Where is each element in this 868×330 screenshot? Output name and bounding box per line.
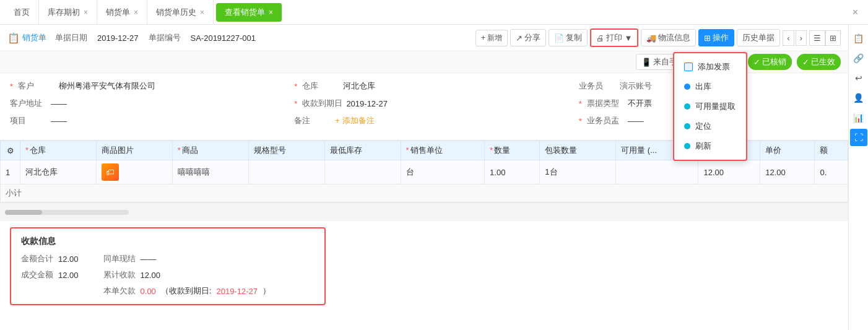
row-unit-price: 12.00 <box>760 160 815 185</box>
table-scroll-area[interactable] <box>0 202 848 221</box>
subtotal-label: 小计 <box>1 185 848 202</box>
payment-col-right: 同单现结 —— 累计收款 12.00 本单欠款 0.00 （收款到期日: 201… <box>103 253 271 297</box>
amount-total-item: 金额合计 12.00 <box>21 253 79 264</box>
operate-dropdown-menu: 添加发票 出库 可用量提取 定位 刷新 <box>673 52 747 161</box>
share-button[interactable]: ↗ 分享 <box>510 29 546 46</box>
payment-info-rows: 金额合计 12.00 成交金额 12.00 同单现结 —— 累计收款 <box>21 253 315 297</box>
cumulative-label: 累计收款 <box>103 269 136 280</box>
sidebar-icon-link[interactable]: 🔗 <box>850 50 867 67</box>
date-value: 2019-12-27 <box>97 33 139 43</box>
outbound-icon <box>684 84 690 90</box>
staff-label: 业务员 <box>579 80 616 92</box>
cumulative-item: 累计收款 12.00 <box>103 269 271 280</box>
staff-value: 演示账号 <box>620 80 652 92</box>
row-warehouse: 河北仓库 <box>20 160 97 185</box>
next-button[interactable]: › <box>796 30 807 46</box>
check-icon: ✓ <box>753 58 760 67</box>
sidebar-icon-chart[interactable]: 📊 <box>850 109 867 126</box>
row-qty: 1.00 <box>485 160 540 185</box>
view-mode-buttons: ☰ ⊞ <box>809 30 841 46</box>
col-pack-qty: 包装数量 <box>540 141 616 160</box>
refresh-icon <box>684 143 690 149</box>
subtotal-row: 小计 <box>1 185 848 202</box>
close-all-tabs[interactable]: × <box>848 7 863 18</box>
scroll-thumb[interactable] <box>5 210 42 215</box>
payment-date-group: * 收款到期日 2019-12-27 <box>294 98 553 109</box>
close-tab-view-sales[interactable]: × <box>269 8 273 17</box>
sidebar-icon-user[interactable]: 👤 <box>850 89 867 106</box>
col-unit: *销售单位 <box>401 141 485 160</box>
payment-col-left: 金额合计 12.00 成交金额 12.00 <box>21 253 79 297</box>
close-tab-inventory[interactable]: × <box>84 8 88 17</box>
col-warehouse: *仓库 <box>20 141 97 160</box>
print-button[interactable]: 🖨 打印 ▼ <box>590 28 638 47</box>
tab-inventory-init[interactable]: 库存期初 × <box>39 0 97 25</box>
nav-arrows: ‹ › <box>783 30 807 46</box>
project-value: —— <box>51 116 67 126</box>
grid-view-button[interactable]: ⊞ <box>825 30 841 46</box>
invoice-label: 票据类型 <box>587 98 624 109</box>
address-group: 客户地址 —— <box>10 98 269 109</box>
toolbar-row-1: 📋 销货单 单据日期 2019-12-27 单据编号 SA-20191227-0… <box>0 25 848 51</box>
invoice-value: 不开票 <box>628 98 652 109</box>
tab-home[interactable]: 首页 <box>5 0 39 25</box>
col-amount: 额 <box>815 141 848 160</box>
sidebar-icon-expand[interactable]: ⛶ <box>850 129 867 146</box>
scroll-track[interactable] <box>5 210 129 215</box>
col-gear: ⚙ <box>1 141 20 160</box>
new-button[interactable]: + 新增 <box>475 30 508 46</box>
deal-amount-label: 成交金额 <box>21 269 53 280</box>
address-value: —— <box>51 99 67 108</box>
deal-amount-value: 12.00 <box>58 271 79 280</box>
close-tab-sales[interactable]: × <box>134 8 138 17</box>
row-stock: 12.00 <box>698 160 760 185</box>
cumulative-value: 12.00 <box>141 271 161 280</box>
row-unit: 台 <box>401 160 485 185</box>
col-product: *商品 <box>172 141 248 160</box>
doc-meta: 单据日期 2019-12-27 单据编号 SA-20191227-001 <box>55 32 256 43</box>
sales-label: 业务员盂 <box>587 115 624 126</box>
row-no: 1 <box>1 160 20 185</box>
project-label: 项目 <box>10 115 47 126</box>
dropdown-refresh[interactable]: 刷新 <box>674 136 746 156</box>
payment-date-value: 2019-12-27 <box>346 99 388 108</box>
sidebar-icon-back[interactable]: ↩ <box>850 69 867 87</box>
logistics-button[interactable]: 🚚 物流信息 <box>641 29 696 46</box>
row-amount: 0. <box>815 160 848 185</box>
notes-group: 备注 + 添加备注 <box>294 115 553 126</box>
list-view-button[interactable]: ☰ <box>809 30 825 46</box>
prev-button[interactable]: ‹ <box>783 30 794 46</box>
sidebar-icon-doc[interactable]: 📋 <box>850 30 867 47</box>
customer-label: 客户 <box>18 80 55 92</box>
tab-view-sales[interactable]: 查看销货单 × <box>216 3 282 22</box>
logistics-icon: 🚚 <box>646 33 656 43</box>
address-label: 客户地址 <box>10 98 47 109</box>
history-button[interactable]: 历史单据 <box>737 29 780 46</box>
copy-button[interactable]: 📄 复制 <box>549 29 588 46</box>
notes-add-button[interactable]: + 添加备注 <box>335 115 374 126</box>
dropdown-locate[interactable]: 定位 <box>674 116 746 136</box>
warehouse-value: 河北仓库 <box>343 80 375 92</box>
col-image: 商品图片 <box>96 141 172 160</box>
print-icon: 🖨 <box>596 33 604 43</box>
effective-button[interactable]: ✓ 已生效 <box>797 54 841 70</box>
confirm-button[interactable]: ✓ 已核销 <box>748 54 792 70</box>
close-tab-history[interactable]: × <box>200 8 204 17</box>
owed-date: 2019-12-27 <box>216 287 258 296</box>
number-value: SA-20191227-001 <box>191 33 256 43</box>
operate-icon: ⊞ <box>704 33 711 43</box>
dropdown-available-extract[interactable]: 可用量提取 <box>674 97 746 116</box>
copy-icon: 📄 <box>554 33 564 43</box>
share-icon: ↗ <box>516 33 523 43</box>
owed-item: 本单欠款 0.00 （收款到期日: 2019-12-27 ） <box>103 285 271 297</box>
amount-total-value: 12.00 <box>58 254 79 264</box>
row-pack-qty: 1台 <box>540 160 616 185</box>
dropdown-outbound[interactable]: 出库 <box>674 77 746 97</box>
add-invoice-icon <box>684 63 693 71</box>
operate-button[interactable]: ⊞ 操作 <box>698 29 734 46</box>
owed-value: 0.00 <box>141 287 156 296</box>
tab-sales-history[interactable]: 销货单历史 × <box>147 0 214 25</box>
tab-sales-order[interactable]: 销货单 × <box>97 0 147 25</box>
tab-bar: 首页 库存期初 × 销货单 × 销货单历史 × 查看销货单 × × <box>0 0 868 25</box>
dropdown-add-invoice[interactable]: 添加发票 <box>674 57 746 77</box>
